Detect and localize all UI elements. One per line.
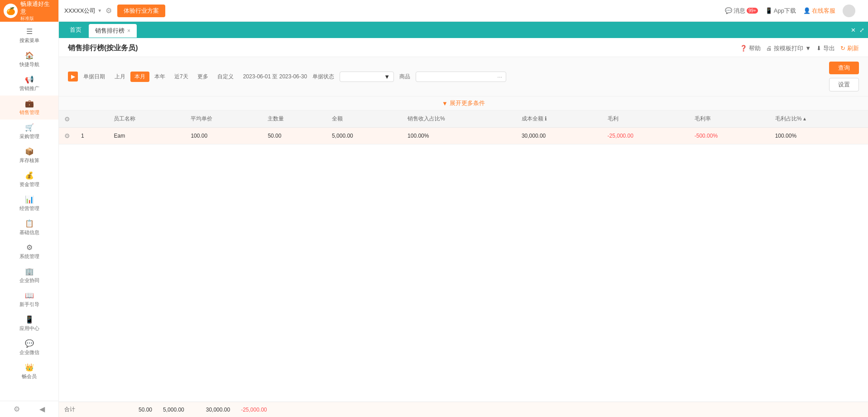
finance-icon: 💰 <box>25 171 34 180</box>
marketing-icon: 📢 <box>25 75 34 84</box>
date-btn-自定义[interactable]: 自定义 <box>213 72 238 82</box>
basic-info-icon: 📋 <box>25 219 34 228</box>
tab-home[interactable]: 首页 <box>62 22 89 38</box>
refresh-btn[interactable]: ↻ 刷新 <box>840 44 859 53</box>
sidebar-item-quick-nav[interactable]: 🏠 快捷导航 <box>0 48 58 72</box>
finance-label: 资金管理 <box>19 181 39 188</box>
tabbar-maximize-icon[interactable]: ⤢ <box>859 27 864 34</box>
col-employee: 员工名称 <box>108 110 185 128</box>
col-settings-icon[interactable]: ⚙ <box>64 115 70 123</box>
header-row: ⚙ 员工名称 平均单价 主数量 全额 销售收入占比% 成本全额 ℹ 毛利 毛利率… <box>59 110 868 128</box>
service-label: 在线客服 <box>812 7 835 15</box>
col-avg-price: 平均单价 <box>185 110 262 128</box>
avatar[interactable] <box>843 5 855 17</box>
cell-avg-price: 100.00 <box>185 128 262 144</box>
page-header: 销售排行榜(按业务员) ❓ 帮助 🖨 按模板打印 ▼ ⬇ 导出 <box>59 38 868 57</box>
sidebar-item-member[interactable]: 👑 畅会员 <box>0 359 58 383</box>
page-title: 销售排行榜(按业务员) <box>68 43 138 53</box>
sidebar-item-system[interactable]: ⚙ 系统管理 <box>0 240 58 264</box>
col-amount: 全额 <box>326 110 402 128</box>
sidebar-item-search-order[interactable]: ☰ 搜索菜单 <box>0 24 58 48</box>
help-btn[interactable]: ❓ 帮助 <box>740 44 761 53</box>
row-settings-icon[interactable]: ⚙ <box>64 132 70 139</box>
sidebar-settings-icon[interactable]: ⚙ <box>14 405 20 413</box>
sidebar-item-finance[interactable]: 💰 资金管理 <box>0 168 58 192</box>
operations-label: 经营管理 <box>19 205 39 212</box>
sidebar-item-enterprise[interactable]: 🏢 企业协同 <box>0 264 58 288</box>
app-icon: 📱 <box>765 7 772 14</box>
guide-label: 新手引导 <box>19 301 39 308</box>
cell-rank: 1 <box>76 128 108 144</box>
topbar-right: 💬 消息 99+ 📱 App下载 👤 在线客服 <box>725 5 863 17</box>
sidebar: 🍊 畅康通好生意 标准版 ☰ 搜索菜单 🏠 快捷导航 📢 营销推广 💼 销售管理… <box>0 0 59 417</box>
refresh-label: 刷新 <box>847 44 859 53</box>
goods-input[interactable]: ··· <box>416 72 506 82</box>
filter-settings-btn[interactable]: 设置 <box>829 78 859 91</box>
apps-icon: 📱 <box>25 315 34 324</box>
topbar-settings-icon[interactable]: ⚙ <box>106 6 112 15</box>
sidebar-item-marketing[interactable]: 📢 营销推广 <box>0 72 58 96</box>
date-btn-本年[interactable]: 本年 <box>150 72 169 82</box>
status-label: 单据状态 <box>312 73 334 81</box>
sidebar-item-purchase[interactable]: 🛒 采购管理 <box>0 120 58 144</box>
date-btn-本月[interactable]: 本月 <box>130 72 149 82</box>
quick-nav-label: 快捷导航 <box>19 61 39 68</box>
cell-qty: 50.00 <box>262 128 326 144</box>
cell-sales-ratio: 100.00% <box>402 128 516 144</box>
cell-employee: Eam <box>108 128 185 144</box>
table-header: ⚙ 员工名称 平均单价 主数量 全额 销售收入占比% 成本全额 ℹ 毛利 毛利率… <box>59 110 868 128</box>
filter-arrow-btn[interactable]: ▶ <box>68 72 78 81</box>
inventory-label: 库存核算 <box>19 157 39 164</box>
print-btn[interactable]: 🖨 按模板打印 ▼ <box>766 44 811 53</box>
date-btn-更多[interactable]: 更多 <box>193 72 212 82</box>
sidebar-collapse-icon[interactable]: ◀ <box>39 405 45 413</box>
service-btn[interactable]: 👤 在线客服 <box>803 7 835 15</box>
refresh-icon: ↻ <box>840 45 845 52</box>
data-table: ⚙ 员工名称 平均单价 主数量 全额 销售收入占比% 成本全额 ℹ 毛利 毛利率… <box>59 110 868 144</box>
trial-btn[interactable]: 体验行业方案 <box>117 5 165 17</box>
message-btn[interactable]: 💬 消息 99+ <box>725 7 758 15</box>
sidebar-item-guide[interactable]: 📖 新手引导 <box>0 288 58 312</box>
cell-gross: -25,000.00 <box>602 128 689 144</box>
filter-bar: ▶ 单据日期 上月本月本年近7天更多自定义 2023-06-01 至 2023-… <box>59 57 868 96</box>
tab-close-icon[interactable]: × <box>127 28 130 34</box>
cell-settings: ⚙ <box>59 128 76 144</box>
sidebar-item-apps[interactable]: 📱 应用中心 <box>0 312 58 336</box>
sales-icon: 💼 <box>25 99 34 108</box>
purchase-label: 采购管理 <box>19 133 39 140</box>
footer-col-gross: -25,000.00 <box>235 407 272 413</box>
sidebar-item-wechat[interactable]: 💬 企业微信 <box>0 336 58 359</box>
sidebar-footer: ⚙ ◀ <box>0 401 58 417</box>
export-icon: ⬇ <box>816 45 821 52</box>
status-select[interactable]: ▼ <box>340 72 394 82</box>
date-btn-近7天[interactable]: 近7天 <box>170 72 192 82</box>
sidebar-item-inventory[interactable]: 📦 库存核算 <box>0 144 58 168</box>
company-selector[interactable]: XXXXX公司 ▼ <box>64 7 102 15</box>
cell-gross-rate: -500.00% <box>689 128 770 144</box>
col-cost: 成本全额 ℹ <box>516 110 602 128</box>
tab-sales-ranking[interactable]: 销售排行榜 × <box>89 24 137 38</box>
sidebar-logo: 🍊 畅康通好生意 标准版 <box>0 0 58 22</box>
guide-icon: 📖 <box>25 291 34 300</box>
export-btn[interactable]: ⬇ 导出 <box>816 44 835 53</box>
tabbar-actions: ✕ ⤢ <box>851 27 864 34</box>
sidebar-item-operations[interactable]: 📊 经营管理 <box>0 192 58 216</box>
footer-label: 合计 <box>64 406 101 413</box>
sidebar-item-basic-info[interactable]: 📋 基础信息 <box>0 216 58 240</box>
col-gross-rate: 毛利率 <box>689 110 770 128</box>
logo-text: 畅康通好生意 标准版 <box>20 0 55 22</box>
expand-more-btn[interactable]: ▼ 展开更多条件 <box>442 99 485 107</box>
tabbar: 首页 销售排行榜 × ✕ ⤢ <box>59 22 868 38</box>
tabbar-close-icon[interactable]: ✕ <box>851 27 856 34</box>
member-label: 畅会员 <box>22 373 37 380</box>
sidebar-item-sales[interactable]: 💼 销售管理 <box>0 96 58 120</box>
message-badge: 99+ <box>747 8 758 14</box>
date-btn-上月[interactable]: 上月 <box>110 72 129 82</box>
filter-row-1: ▶ 单据日期 上月本月本年近7天更多自定义 2023-06-01 至 2023-… <box>68 62 859 91</box>
query-btn[interactable]: 查询 <box>829 62 859 74</box>
col-rank <box>76 110 108 128</box>
print-dropdown-icon: ▼ <box>805 45 811 52</box>
export-label: 导出 <box>823 44 835 53</box>
app-download-btn[interactable]: 📱 App下载 <box>765 7 796 15</box>
enterprise-label: 企业协同 <box>19 277 39 284</box>
